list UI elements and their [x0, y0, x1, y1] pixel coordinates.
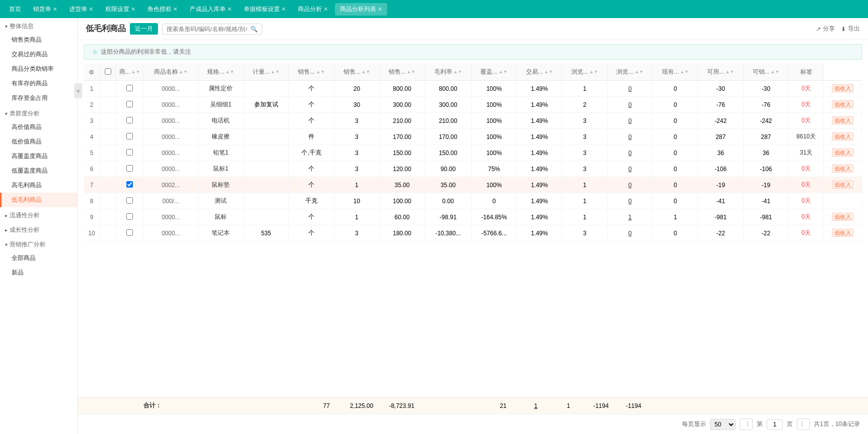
row-settings[interactable]	[100, 161, 116, 177]
nav-product-inbound[interactable]: 产成品入库单 ✕	[185, 3, 237, 16]
view1-link[interactable]: 0	[628, 85, 632, 92]
sidebar-group-marketing[interactable]: ▾ 营销推广分析	[0, 236, 77, 251]
close-icon[interactable]: ✕	[89, 6, 93, 13]
sidebar-item-high-margin[interactable]: 高毛利商品	[0, 178, 77, 193]
sidebar-item-low-value[interactable]: 低价值商品	[0, 134, 77, 149]
cell-view1[interactable]: 0	[607, 193, 652, 209]
th-sales-profit[interactable]: 销售...▲▼	[380, 64, 425, 81]
th-settings[interactable]: ⚙	[84, 64, 100, 81]
th-unit[interactable]: 计量...▲▼	[244, 64, 289, 81]
sidebar-item-high-value[interactable]: 高价值商品	[0, 120, 77, 134]
sidebar-item-all-goods[interactable]: 全部商品	[0, 251, 77, 265]
sidebar-item-sales-goods[interactable]: 销售类商品	[0, 33, 77, 47]
sidebar-group-growth[interactable]: ▸ 成长性分析	[0, 222, 77, 236]
th-gross-margin[interactable]: 毛利率▲▼	[425, 64, 471, 81]
row-settings[interactable]	[100, 81, 116, 97]
view1-link[interactable]: 0	[628, 198, 632, 205]
th-sales-qty[interactable]: 销售...▲▼	[289, 64, 334, 81]
cell-view1[interactable]: 0	[607, 225, 652, 241]
cell-view1[interactable]: 0	[607, 177, 652, 193]
th-coverage[interactable]: 覆盖...▲▼	[471, 64, 516, 81]
prev-page-button[interactable]: 〈	[740, 418, 753, 430]
search-input[interactable]	[166, 26, 247, 33]
view1-link[interactable]: 0	[628, 166, 632, 173]
sidebar-item-stock-capital[interactable]: 库存资金占用	[0, 91, 77, 105]
row-checkbox[interactable]	[126, 85, 133, 91]
view1-link[interactable]: 1	[628, 214, 632, 221]
view1-link[interactable]: 0	[628, 133, 632, 140]
th-sellable[interactable]: 可销...▲▼	[743, 64, 788, 81]
row-checkbox[interactable]	[126, 197, 133, 204]
row-settings[interactable]	[100, 193, 116, 209]
view1-link[interactable]: 0	[628, 230, 632, 237]
sidebar-group-cluster[interactable]: ▾ 类群度分析	[0, 105, 77, 120]
th-current[interactable]: 现有...▲▼	[653, 64, 698, 81]
sidebar-group-overall[interactable]: ▾ 整体信息	[0, 18, 77, 33]
row-checkbox[interactable]	[126, 181, 133, 188]
row-settings[interactable]	[100, 97, 116, 113]
row-checkbox[interactable]	[126, 101, 133, 107]
next-page-button[interactable]: 〉	[797, 418, 810, 430]
page-number-input[interactable]	[767, 419, 783, 429]
close-icon[interactable]: ✕	[131, 6, 135, 13]
period-button[interactable]: 近一月	[130, 23, 158, 35]
view1-link[interactable]: 0	[628, 182, 632, 189]
row-checkbox[interactable]	[126, 229, 133, 236]
row-checkbox[interactable]	[126, 165, 133, 172]
nav-sales-order[interactable]: 销货单 ✕	[28, 3, 62, 16]
cell-view1[interactable]: 0	[607, 145, 652, 161]
nav-purchase-order[interactable]: 进货单 ✕	[64, 3, 98, 16]
row-checkbox[interactable]	[126, 213, 133, 220]
th-spec[interactable]: 规格...▲▼	[198, 64, 243, 81]
view1-link[interactable]: 0	[628, 101, 632, 108]
export-button[interactable]: ⬇ 导出	[841, 25, 860, 33]
cell-view1[interactable]: 0	[607, 97, 652, 113]
sidebar-item-high-coverage[interactable]: 高覆盖度商品	[0, 149, 77, 164]
th-sales-price[interactable]: 销售...▲▼	[334, 64, 379, 81]
sidebar-collapse-button[interactable]: «	[74, 83, 82, 98]
close-icon[interactable]: ✕	[53, 6, 57, 13]
cell-view1[interactable]: 0	[607, 161, 652, 177]
select-all-checkbox[interactable]	[105, 68, 111, 75]
close-icon[interactable]: ✕	[173, 6, 178, 13]
sidebar-item-low-coverage[interactable]: 低覆盖度商品	[0, 164, 77, 178]
nav-permission-settings[interactable]: 权限设置 ✕	[100, 3, 140, 16]
row-settings[interactable]	[100, 225, 116, 241]
th-view2[interactable]: 浏览...▲▼	[607, 64, 652, 81]
row-settings[interactable]	[100, 113, 116, 129]
close-icon[interactable]: ✕	[227, 6, 232, 13]
view1-link[interactable]: 0	[628, 150, 632, 157]
row-settings[interactable]	[100, 145, 116, 161]
th-trade[interactable]: 交易...▲▼	[516, 64, 562, 81]
th-view1[interactable]: 浏览...▲▼	[562, 64, 607, 81]
cell-view1[interactable]: 0	[607, 129, 652, 145]
close-icon[interactable]: ✕	[323, 6, 328, 13]
page-size-select[interactable]: 50 100 200	[710, 419, 736, 430]
close-icon[interactable]: ✕	[281, 6, 286, 13]
view1-link[interactable]: 0	[628, 117, 632, 124]
row-settings[interactable]	[100, 177, 116, 193]
row-settings[interactable]	[100, 209, 116, 225]
nav-goods-analysis[interactable]: 商品分析 ✕	[293, 3, 333, 16]
row-checkbox[interactable]	[126, 117, 133, 123]
th-available[interactable]: 可用...▲▼	[698, 64, 743, 81]
sidebar-item-low-margin[interactable]: 低毛利商品	[0, 193, 77, 207]
cell-view1[interactable]: 0	[607, 113, 652, 129]
nav-home[interactable]: 首页	[4, 3, 26, 16]
share-button[interactable]: ↗ 分享	[816, 25, 835, 33]
cell-view1[interactable]: 1	[607, 209, 652, 225]
row-checkbox[interactable]	[126, 133, 133, 139]
cell-view1[interactable]: 0	[607, 81, 652, 97]
sidebar-item-new-goods[interactable]: 新品	[0, 265, 77, 280]
nav-template-settings[interactable]: 单据模板设置 ✕	[239, 3, 291, 16]
th-code[interactable]: 商...▲▼	[116, 64, 143, 81]
row-settings[interactable]	[100, 129, 116, 145]
sidebar-item-stock-goods[interactable]: 有库存的商品	[0, 76, 77, 91]
row-checkbox[interactable]	[126, 149, 133, 156]
th-name[interactable]: 商品名称▲▼	[143, 64, 198, 81]
sidebar-group-circulation[interactable]: ▸ 流通性分析	[0, 207, 77, 222]
search-icon[interactable]: 🔍	[250, 26, 258, 33]
sidebar-item-category-rate[interactable]: 商品分类助销率	[0, 62, 77, 76]
close-icon[interactable]: ✕	[378, 6, 382, 13]
nav-goods-analysis-list[interactable]: 商品分析列表 ✕	[335, 3, 387, 16]
